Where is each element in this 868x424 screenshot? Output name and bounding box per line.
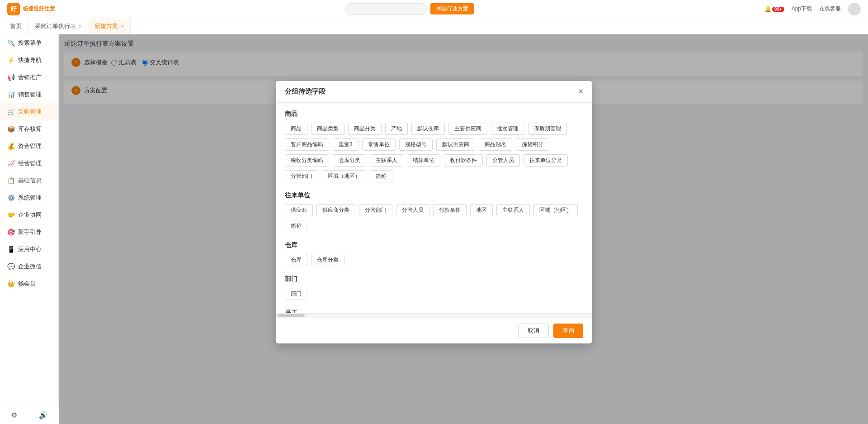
- field-tag[interactable]: 供应商: [285, 204, 313, 216]
- modal-close-btn[interactable]: ×: [578, 87, 583, 95]
- field-tag[interactable]: 客户商品编码: [285, 138, 329, 151]
- field-tags: 供应商供应商分类分管部门分管人员付款条件地区主联系人区域（地区）简称: [285, 204, 583, 232]
- field-tag[interactable]: 批次管理: [491, 123, 524, 135]
- header-search-input[interactable]: [345, 3, 427, 15]
- field-tag[interactable]: 零售单位: [362, 138, 396, 151]
- member-icon: 👑: [7, 280, 14, 287]
- sidebar-item-enterprise[interactable]: 🤝 企业协同: [0, 206, 58, 224]
- field-group-title: 往来单位: [285, 191, 583, 200]
- logo-icon: 好: [7, 3, 20, 15]
- field-tag[interactable]: 分管部门: [285, 170, 318, 182]
- operations-icon: 📈: [7, 160, 14, 167]
- field-tag[interactable]: 重量3: [333, 138, 359, 151]
- tab-home-label: 首页: [10, 22, 22, 30]
- sidebar-finance-label: 资金管理: [18, 142, 42, 150]
- header-center: 体验行业方案: [345, 3, 474, 15]
- quick-nav-icon: ⚡: [7, 57, 14, 64]
- sidebar-item-basic[interactable]: 📋 基础信息: [0, 172, 58, 189]
- sidebar-item-guide[interactable]: 🎯 新手引导: [0, 224, 58, 241]
- inventory-icon: 📦: [7, 125, 14, 133]
- sidebar-operations-label: 经营管理: [18, 159, 42, 167]
- tab-new-scheme-label: 新建方案: [94, 22, 118, 30]
- field-tag[interactable]: 默认仓库: [411, 123, 445, 135]
- sidebar-item-wechat[interactable]: 💬 企业微信: [0, 258, 58, 275]
- field-tag[interactable]: 往来单位分类: [524, 154, 568, 167]
- field-tag[interactable]: 分管人员: [486, 154, 520, 167]
- tab-purchase-label: 采购订单执行表: [35, 22, 76, 30]
- field-tag[interactable]: 仓库: [285, 254, 307, 266]
- sidebar-item-marketing[interactable]: 📢 营销推广: [0, 69, 58, 86]
- tab-purchase-order[interactable]: 采购订单执行表 ×: [28, 18, 88, 34]
- basic-icon: 📋: [7, 177, 14, 184]
- avatar[interactable]: [848, 3, 861, 15]
- sidebar-item-system[interactable]: ⚙️ 系统管理: [0, 189, 58, 206]
- tab-new-scheme-close[interactable]: ×: [121, 24, 123, 29]
- field-tag[interactable]: 区域（地区）: [322, 170, 366, 182]
- field-tag[interactable]: 结算单位: [407, 154, 440, 167]
- sidebar-item-member[interactable]: 👑 畅会员: [0, 275, 58, 292]
- field-tag[interactable]: 产地: [385, 123, 408, 135]
- search-icon: 🔍: [7, 39, 14, 47]
- field-group-title: 部门: [285, 275, 583, 283]
- tab-bar: 首页 采购订单执行表 × 新建方案 ×: [0, 18, 868, 34]
- tab-new-scheme[interactable]: 新建方案 ×: [88, 18, 130, 34]
- field-tag[interactable]: 部门: [285, 288, 307, 300]
- field-group-title: 商品: [285, 110, 583, 118]
- field-tag[interactable]: 商品别名: [479, 138, 512, 151]
- sidebar-item-search[interactable]: 🔍 搜索菜单: [0, 34, 58, 52]
- horizontal-scrollbar[interactable]: [276, 313, 592, 317]
- online-service-link[interactable]: 在线客服: [819, 5, 841, 13]
- notification-icon[interactable]: 🔔99+: [764, 6, 784, 12]
- field-tag[interactable]: 商品类型: [311, 123, 344, 135]
- field-tag[interactable]: 拣货积分: [516, 138, 549, 151]
- field-group-title: 仓库: [285, 241, 583, 249]
- field-tag[interactable]: 规格型号: [399, 138, 433, 151]
- sidebar-search-label: 搜索菜单: [18, 39, 42, 47]
- field-group-往来单位: 往来单位供应商供应商分类分管部门分管人员付款条件地区主联系人区域（地区）简称: [285, 191, 583, 232]
- field-tag[interactable]: 分管人员: [396, 204, 429, 216]
- top-header: 好 畅捷通好生意 体验行业方案 🔔99+ App下载 在线客服: [0, 0, 868, 18]
- marketing-icon: 📢: [7, 74, 14, 81]
- field-tag[interactable]: 付款条件: [433, 204, 467, 216]
- field-tag[interactable]: 区域（地区）: [533, 204, 578, 216]
- field-select-modal: 分组待选字段 × 商品商品商品类型商品分类产地默认仓库主要供应商批次管理保质期管…: [276, 81, 592, 343]
- sidebar-item-quick-nav[interactable]: ⚡ 快捷导航: [0, 52, 58, 69]
- sidebar-item-apps[interactable]: 📱 应用中心: [0, 241, 58, 258]
- sidebar-item-finance[interactable]: 💰 资金管理: [0, 138, 58, 155]
- field-tag[interactable]: 主联系人: [496, 204, 530, 216]
- trial-btn[interactable]: 体验行业方案: [430, 3, 474, 14]
- field-tag[interactable]: 分管部门: [359, 204, 392, 216]
- field-tag[interactable]: 默认供应商: [436, 138, 475, 151]
- field-tag[interactable]: 供应商分类: [316, 204, 355, 216]
- tab-home[interactable]: 首页: [4, 18, 28, 34]
- field-tag[interactable]: 商品: [285, 123, 307, 135]
- field-tags: 部门: [285, 288, 583, 300]
- settings-icon[interactable]: ⚙: [11, 411, 17, 419]
- audio-icon[interactable]: 🔊: [39, 411, 48, 419]
- sales-icon: 📊: [7, 91, 14, 98]
- sidebar-item-operations[interactable]: 📈 经营管理: [0, 155, 58, 172]
- sidebar-item-sales[interactable]: 📊 销售管理: [0, 86, 58, 103]
- field-tag[interactable]: 保质期管理: [528, 123, 567, 135]
- tab-purchase-close[interactable]: ×: [79, 24, 81, 29]
- field-tag[interactable]: 地区: [470, 204, 493, 216]
- field-tag[interactable]: 仓库分类: [333, 154, 366, 167]
- bottom-bar: ⚙ 🔊: [0, 406, 59, 424]
- sidebar-item-purchase[interactable]: 🛒 采购管理: [0, 103, 58, 120]
- field-tag[interactable]: 简称: [285, 220, 307, 232]
- field-tag[interactable]: 商品分类: [348, 123, 382, 135]
- field-tag[interactable]: 仓库分类: [311, 254, 344, 266]
- sidebar-sales-label: 销售管理: [18, 91, 42, 99]
- confirm-button[interactable]: 查询: [553, 324, 583, 338]
- field-tag[interactable]: 收付款条件: [444, 154, 483, 167]
- field-tag[interactable]: 主联系人: [370, 154, 403, 167]
- field-tag[interactable]: 主要供应商: [448, 123, 487, 135]
- field-tag[interactable]: 简称: [370, 170, 392, 182]
- sidebar-item-inventory[interactable]: 📦 库存核算: [0, 120, 58, 138]
- cancel-button[interactable]: 取消: [518, 324, 549, 338]
- field-tag[interactable]: 税收分类编码: [285, 154, 329, 167]
- sidebar-guide-label: 新手引导: [18, 228, 42, 236]
- app-download-link[interactable]: App下载: [792, 5, 812, 13]
- logo-text: 畅捷通好生意: [23, 5, 55, 13]
- system-icon: ⚙️: [7, 194, 14, 201]
